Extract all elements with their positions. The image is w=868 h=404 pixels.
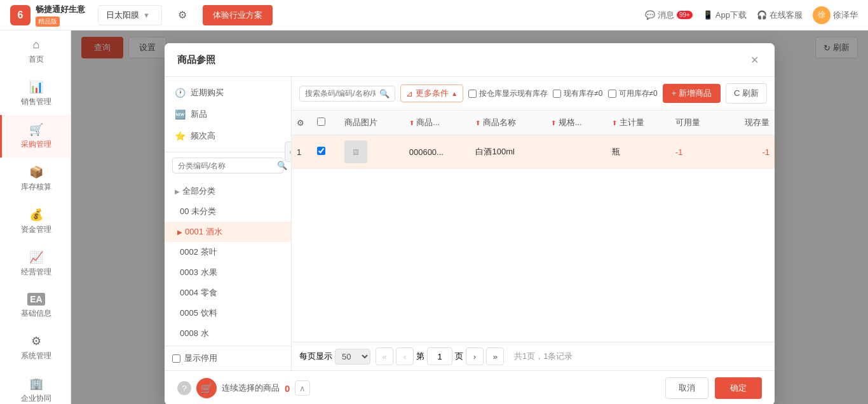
show-disabled-checkbox[interactable] [172,354,180,363]
quick-tab-new[interactable]: 🆕 新品 [165,104,291,125]
sidebar-item-system[interactable]: ⚙ 系统管理 [0,327,71,369]
modal-close-button[interactable]: ✕ [747,52,762,67]
system-icon: ⚙ [31,334,41,348]
page-total-info: 共1页，1条记录 [514,351,573,362]
sidebar-label-operation: 经营管理 [21,267,51,278]
quick-tab-recent[interactable]: 🕐 近期购买 [165,82,291,104]
cat-item-0002[interactable]: 0002 茶叶 [165,242,291,262]
th-name-sort-icon: ⬆ [475,119,480,126]
selected-products-label: 连续选择的商品 [222,382,280,394]
td-spec [546,135,607,169]
cat-item-0003[interactable]: 0003 水果 [165,262,291,283]
sidebar-item-enterprise[interactable]: 🏢 企业协同 [0,369,71,404]
divider-area: « [165,152,291,152]
cart-icon[interactable]: 🛒 [196,378,217,398]
first-page-btn[interactable]: « [376,347,393,365]
th-unit[interactable]: ⬆ 主计量 [607,111,670,135]
show-disabled-label[interactable]: 显示停用 [184,353,217,364]
cat-item-0005-label: 0005 饮料 [180,307,217,319]
add-product-btn[interactable]: + 新增商品 [663,84,721,103]
collapse-selection-btn[interactable]: ∧ [295,380,310,396]
product-search-input[interactable] [305,89,376,98]
sidebar-label-home: 首页 [29,54,44,65]
help-icon[interactable]: ? [177,381,191,395]
th-checkbox [312,111,339,135]
search-icon[interactable]: 🔍 [379,89,390,98]
category-search-icon[interactable]: 🔍 [277,161,287,170]
cat-item-0008[interactable]: 0008 水 [165,323,291,344]
finance-icon: 💰 [29,208,43,222]
sidebar-item-home[interactable]: ⌂ 首页 [0,30,71,72]
check-available-checkbox[interactable] [608,90,616,98]
online-service-btn[interactable]: 🎧 在线客服 [757,10,803,21]
row-checkbox[interactable] [317,147,325,155]
cancel-button[interactable]: 取消 [665,377,709,399]
th-code-sort-icon: ⬆ [409,119,414,126]
product-table: ⚙ 商品图片 ⬆ 商品... [292,111,775,169]
th-spec-sort-icon: ⬆ [551,119,556,126]
th-name[interactable]: ⬆ 商品名称 [470,111,546,135]
th-settings[interactable]: ⚙ [292,111,312,135]
quick-tab-frequent[interactable]: ⭐ 频次高 [165,125,291,147]
cat-item-0005[interactable]: 0005 饮料 [165,303,291,323]
product-image: 🖼 [344,140,367,163]
last-page-btn[interactable]: » [486,347,504,365]
mobile-icon: 📱 [703,10,713,20]
check-warehouse-checkbox[interactable] [468,90,477,98]
message-badge: 99+ [677,11,693,19]
page-size-select[interactable]: 50 10 20 100 [335,349,370,365]
star-icon: ⭐ [175,131,186,141]
table-row[interactable]: 1 🖼 [292,135,775,169]
cat-item-0008-label: 0008 水 [180,328,209,339]
settings-gear-icon[interactable]: ⚙ [172,5,193,25]
cat-item-00[interactable]: 00 未分类 [165,201,291,222]
more-filter-btn[interactable]: ⊿ 更多条件 ▲ [400,84,463,102]
filter-label: 更多条件 [416,88,449,99]
page-number-input[interactable] [427,347,452,365]
check-warehouse-label[interactable]: 按仓库显示现有库存 [479,88,548,99]
avatar: 徐 [813,6,831,24]
check-current-checkbox[interactable] [553,90,561,98]
collapse-left-panel-btn[interactable]: « [285,142,292,162]
category-tree: ▶ 全部分类 00 未分类 ▶ 0001 酒水 0002 茶 [165,178,291,346]
select-all-checkbox[interactable] [317,118,325,126]
user-profile[interactable]: 徐 徐泽华 [813,6,858,24]
product-table-wrap: ⚙ 商品图片 ⬆ 商品... [292,111,775,342]
operation-icon: 📈 [29,250,43,264]
sidebar-item-sales[interactable]: 📊 销售管理 [0,72,71,115]
confirm-button[interactable]: 确定 [715,377,762,399]
app-download-btn[interactable]: 📱 App下载 [703,10,747,21]
experience-btn[interactable]: 体验行业方案 [203,5,273,25]
category-search-input[interactable] [178,161,273,170]
modal-header: 商品参照 ✕ [165,43,775,77]
messages-btn[interactable]: 💬 消息 99+ [645,10,693,21]
modal-left-footer: 显示停用 [165,346,291,370]
check-current-label[interactable]: 现有库存≠0 [564,88,602,99]
th-available: 可用量 [670,111,722,135]
logo-area: 6 畅捷通好生意 精品版 [10,4,85,27]
th-spec[interactable]: ⬆ 规格... [546,111,607,135]
td-stock: -1 [722,135,775,169]
check-warehouse-group: 按仓库显示现有库存 [468,88,548,99]
page-navigation: « ‹ 第 页 › » [376,347,504,365]
th-code[interactable]: ⬆ 商品... [404,111,471,135]
prev-page-btn[interactable]: ‹ [396,347,414,365]
cat-expand-icon: ▶ [175,188,180,195]
store-selector[interactable]: 日太阳膜 ▼ [98,5,162,25]
category-search-box: 🔍 [172,158,283,173]
check-available-label[interactable]: 可用库存≠0 [619,88,658,99]
sidebar-item-purchase[interactable]: 🛒 采购管理 [0,115,71,158]
next-page-btn[interactable]: › [466,347,484,365]
cat-item-0001[interactable]: ▶ 0001 酒水 [165,222,291,242]
refresh-modal-btn[interactable]: C 刷新 [726,83,767,104]
td-checkbox[interactable] [312,135,339,169]
cat-item-all[interactable]: ▶ 全部分类 [165,181,291,201]
message-icon: 💬 [645,10,655,20]
purchase-icon: 🛒 [29,123,43,137]
sidebar-item-finance[interactable]: 💰 资金管理 [0,200,71,243]
cat-item-0004[interactable]: 0004 零食 [165,283,291,303]
sidebar-label-inventory: 库存核算 [21,182,51,192]
sidebar-item-base[interactable]: EA 基础信息 [0,285,71,327]
sidebar-item-inventory[interactable]: 📦 库存核算 [0,158,71,200]
sidebar-item-operation[interactable]: 📈 经营管理 [0,243,71,285]
